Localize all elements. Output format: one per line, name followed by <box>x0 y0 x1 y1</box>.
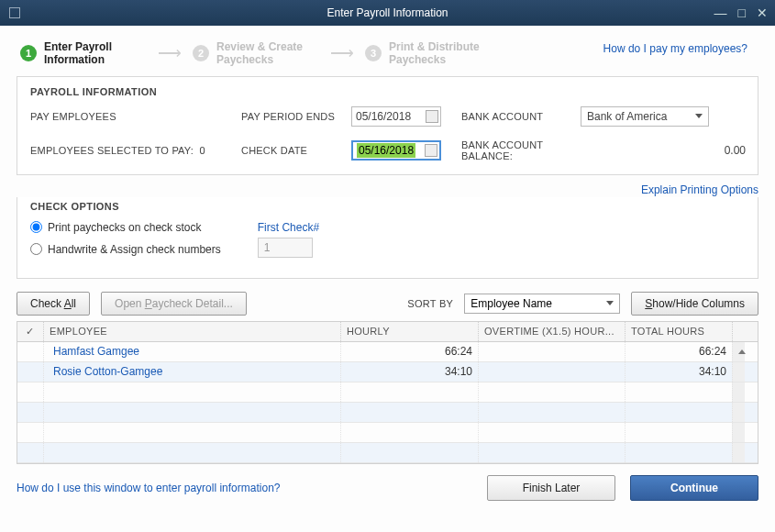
table-row[interactable]: Rosie Cotton-Gamgee 34:10 34:10 <box>17 362 758 382</box>
close-button[interactable]: ✕ <box>757 6 768 20</box>
table-row[interactable] <box>17 423 758 443</box>
step-label: Print & Distribute Paychecks <box>389 40 490 67</box>
col-total[interactable]: TOTAL HOURS <box>625 322 732 341</box>
step-3: 3 Print & Distribute Paychecks <box>365 40 490 67</box>
footer-help-link[interactable]: How do I use this window to enter payrol… <box>17 482 280 494</box>
step-label: Enter Payroll Information <box>44 40 145 67</box>
first-check-input <box>258 238 313 258</box>
arrow-icon: ⟶ <box>330 43 352 63</box>
select-value: Bank of America <box>587 110 667 123</box>
date-value: 05/16/2018 <box>357 143 415 158</box>
maximize-button[interactable]: □ <box>738 6 746 20</box>
window-title: Enter Payroll Information <box>327 6 448 19</box>
col-overtime[interactable]: OVERTIME (X1.5) HOUR... <box>478 322 625 341</box>
explain-printing-link[interactable]: Explain Printing Options <box>641 183 758 196</box>
section-title: PAYROLL INFORMATION <box>30 86 745 97</box>
step-number: 3 <box>365 45 382 61</box>
check-all-button[interactable]: Check All <box>17 292 90 316</box>
hourly-value: 34:10 <box>340 362 478 382</box>
step-number: 1 <box>20 45 37 61</box>
sort-by-label: SORT BY <box>407 298 453 309</box>
section-title: CHECK OPTIONS <box>30 201 745 212</box>
pay-employees-label: PAY EMPLOYEES <box>30 111 241 122</box>
chevron-down-icon <box>606 301 614 305</box>
footer: How do I use this window to enter payrol… <box>0 464 775 512</box>
overtime-value <box>478 342 625 361</box>
help-pay-employees-link[interactable]: How do I pay my employees? <box>603 42 747 55</box>
employees-selected-label: EMPLOYEES SELECTED TO PAY: 0 <box>30 145 241 156</box>
window-controls: — □ ✕ <box>714 6 768 20</box>
titlebar: Enter Payroll Information — □ ✕ <box>0 0 775 26</box>
bank-account-label: BANK ACCOUNT <box>461 111 581 122</box>
step-2: 2 Review & Create Paychecks <box>193 40 317 67</box>
step-indicator: 1 Enter Payroll Information ⟶ 2 Review &… <box>0 26 775 76</box>
table-toolbar: Check All Open Paycheck Detail... SORT B… <box>17 292 758 316</box>
table-row[interactable] <box>17 443 758 463</box>
bank-balance-value: 0.00 <box>581 144 746 157</box>
employee-name-link[interactable]: Hamfast Gamgee <box>43 342 340 361</box>
first-check-label: First Check# <box>258 221 319 234</box>
bank-balance-label: BANK ACCOUNT BALANCE: <box>461 139 581 161</box>
pay-period-ends-input[interactable]: 05/16/2018 <box>351 106 441 127</box>
print-paychecks-radio[interactable]: Print paychecks on check stock <box>30 221 221 234</box>
check-date-input[interactable]: 05/16/2018 <box>351 140 441 161</box>
table-header: ✓ EMPLOYEE HOURLY OVERTIME (X1.5) HOUR..… <box>17 322 758 342</box>
bank-account-select[interactable]: Bank of America <box>581 106 709 127</box>
check-option-radios: Print paychecks on check stock Handwrite… <box>30 221 221 265</box>
open-paycheck-detail-button[interactable]: Open Paycheck Detail... <box>101 292 247 316</box>
finish-later-button[interactable]: Finish Later <box>487 475 615 501</box>
table-row[interactable]: Hamfast Gamgee 66:24 66:24 <box>17 342 758 362</box>
col-employee[interactable]: EMPLOYEE <box>43 322 340 341</box>
total-value: 66:24 <box>625 342 732 361</box>
sort-by-select[interactable]: Employee Name <box>464 294 620 314</box>
chevron-down-icon <box>695 114 703 118</box>
employee-name-link[interactable]: Rosie Cotton-Gamgee <box>43 362 340 382</box>
show-hide-columns-button[interactable]: Show/Hide Columns <box>631 292 758 316</box>
continue-button[interactable]: Continue <box>630 475 758 501</box>
payroll-info-panel: PAYROLL INFORMATION PAY EMPLOYEES PAY PE… <box>17 76 758 175</box>
hourly-value: 66:24 <box>340 342 478 361</box>
row-check[interactable] <box>17 342 43 361</box>
selected-count: 0 <box>200 145 205 156</box>
col-hourly[interactable]: HOURLY <box>340 322 478 341</box>
calendar-icon[interactable] <box>426 110 438 123</box>
minimize-button[interactable]: — <box>714 6 727 20</box>
handwrite-radio[interactable]: Handwrite & Assign check numbers <box>30 243 221 256</box>
select-value: Employee Name <box>471 297 552 310</box>
check-options-panel: CHECK OPTIONS Print paychecks on check s… <box>17 197 758 279</box>
table-row[interactable] <box>17 382 758 403</box>
employee-table: ✓ EMPLOYEE HOURLY OVERTIME (X1.5) HOUR..… <box>17 321 758 464</box>
step-number: 2 <box>193 45 209 61</box>
table-row[interactable] <box>17 403 758 423</box>
total-value: 34:10 <box>625 362 732 382</box>
calendar-icon[interactable] <box>425 144 437 157</box>
step-label: Review & Create Paychecks <box>216 40 317 67</box>
pay-period-ends-label: PAY PERIOD ENDS <box>241 111 351 122</box>
check-date-label: CHECK DATE <box>241 145 351 156</box>
scrollbar[interactable] <box>732 362 745 382</box>
col-scroll <box>732 322 745 341</box>
scrollbar[interactable] <box>732 342 745 361</box>
arrow-icon: ⟶ <box>158 43 180 63</box>
overtime-value <box>478 362 625 382</box>
col-check[interactable]: ✓ <box>17 322 43 341</box>
date-value: 05/16/2018 <box>356 110 411 123</box>
window-icon <box>9 7 20 18</box>
table-body: Hamfast Gamgee 66:24 66:24 Rosie Cotton-… <box>17 342 758 463</box>
step-1: 1 Enter Payroll Information <box>20 40 145 67</box>
row-check[interactable] <box>17 362 43 382</box>
